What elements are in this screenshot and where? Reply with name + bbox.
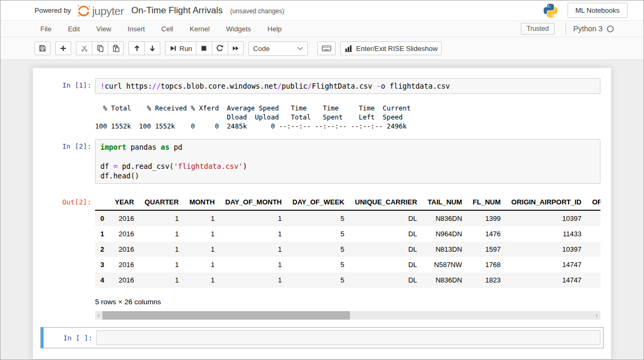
table-cell: 2016 <box>109 272 139 288</box>
table-cell: 1 <box>184 242 220 257</box>
move-cell-up-button[interactable] <box>128 41 144 55</box>
code-line: df.head() <box>100 171 595 181</box>
table-cell: 5 <box>287 226 350 242</box>
table-row: 320161115DLN587NW176814747SEA... <box>95 257 600 272</box>
rise-slideshow-button[interactable]: Enter/Exit RISE Slideshow <box>340 41 442 55</box>
row-index: 3 <box>95 257 109 272</box>
table-cell: 1 <box>184 210 220 226</box>
menu-view[interactable]: View <box>96 25 111 33</box>
code-token: FlightData.csv <box>312 82 376 90</box>
ml-notebooks-button[interactable]: ML Notebooks <box>568 3 628 18</box>
column-header: ORIGIN <box>587 194 600 210</box>
code-token: // <box>152 82 161 90</box>
table-cell: 1 <box>220 257 287 272</box>
column-header: ORIGIN_AIRPORT_ID <box>506 194 587 210</box>
table-cell: 5 <box>287 210 350 226</box>
menu-widgets[interactable]: Widgets <box>226 25 251 33</box>
code-token: curl https: <box>105 82 152 90</box>
table-cell: 14747 <box>506 272 587 288</box>
save-icon <box>39 45 46 52</box>
code-token: df <box>100 162 113 170</box>
arrow-down-icon <box>149 45 156 52</box>
row-index: 4 <box>95 272 109 288</box>
table-row: 220161115DLN813DN159710397ATL... <box>95 242 600 257</box>
code-token: = <box>113 162 117 170</box>
table-row: 020161115DLN836DN139910397ATL... <box>95 210 600 226</box>
column-header: YEAR <box>109 194 139 210</box>
scroll-left-icon[interactable]: ‹ <box>95 311 102 320</box>
table-row: 120161115DLN964DN147611433DTW... <box>95 226 600 242</box>
cut-cell-button[interactable] <box>76 41 92 55</box>
code-input-2[interactable]: import pandas as pd df = pd.read_csv('fl… <box>95 139 600 184</box>
cell-type-select[interactable]: Code <box>248 41 308 56</box>
powered-by-label: Powered by <box>35 6 71 14</box>
table-row: 420161115DLN836DN182314747SEA... <box>95 272 600 288</box>
code-token: 'flightdata.csv' <box>174 162 243 170</box>
code-token: public <box>281 82 307 90</box>
column-header: UNIQUE_CARRIER <box>350 194 423 210</box>
table-cell: 5 <box>287 242 350 257</box>
input-prompt-2: In [2]: <box>33 139 91 150</box>
column-header: DAY_OF_MONTH <box>220 194 287 210</box>
menu-edit[interactable]: Edit <box>68 25 80 33</box>
table-cell: 5 <box>287 257 350 272</box>
table-cell: DTW <box>587 226 600 242</box>
move-cell-down-button[interactable] <box>144 41 160 55</box>
menu-kernel[interactable]: Kernel <box>190 25 210 33</box>
table-cell: 2016 <box>109 242 139 257</box>
input-prompt-empty: In [ ]: <box>44 334 92 342</box>
code-input-1[interactable]: !curl https://topcs.blob.core.windows.ne… <box>95 78 600 94</box>
table-cell: 1476 <box>467 226 506 242</box>
notebook-container: In [1]: !curl https://topcs.blob.core.wi… <box>33 68 611 359</box>
code-token: ! <box>100 82 105 90</box>
code-token: pandas <box>126 143 161 151</box>
table-cell: 1 <box>220 210 287 226</box>
table-cell: N964DN <box>423 226 468 242</box>
table-cell: N813DN <box>423 242 468 257</box>
code-input-empty[interactable] <box>96 330 600 345</box>
plus-icon <box>59 45 67 52</box>
restart-run-all-button[interactable] <box>228 41 244 55</box>
stop-icon <box>200 45 208 52</box>
jupyter-logo-text: jupyter <box>92 5 124 18</box>
column-header: QUARTER <box>139 194 184 210</box>
toolbar: Run Code <box>1 37 643 60</box>
restart-kernel-button[interactable] <box>212 41 228 55</box>
command-palette-button[interactable] <box>317 41 336 55</box>
table-cell: 14747 <box>506 257 587 272</box>
empty-cell-selected[interactable]: In [ ]: <box>40 327 604 348</box>
interrupt-kernel-button[interactable] <box>196 41 212 55</box>
table-cell: 1 <box>139 272 184 288</box>
menubar: File Edit View Insert Cell Kernel Widget… <box>1 21 643 37</box>
kernel-name: Python 3 <box>573 24 603 33</box>
arrow-up-icon <box>133 45 141 52</box>
copy-icon <box>97 45 104 52</box>
trusted-button[interactable]: Trusted <box>521 23 555 35</box>
add-cell-button[interactable] <box>55 41 71 55</box>
dataframe-summary: 5 rows × 26 columns <box>95 298 600 306</box>
table-cell: DL <box>350 242 423 257</box>
scroll-right-icon[interactable]: › <box>593 311 600 320</box>
horizontal-scrollbar[interactable]: ‹ › <box>95 311 600 320</box>
menu-cell[interactable]: Cell <box>161 25 173 33</box>
copy-cell-button[interactable] <box>92 41 108 55</box>
bar-chart-icon <box>345 45 353 52</box>
menu-insert[interactable]: Insert <box>127 25 145 33</box>
python-logo-icon <box>543 3 558 18</box>
paste-cell-button[interactable] <box>108 41 124 55</box>
table-cell: 1 <box>220 226 287 242</box>
column-header <box>95 194 109 210</box>
jupyter-logo[interactable]: jupyter <box>76 4 124 18</box>
menu-help[interactable]: Help <box>268 25 282 33</box>
selected-cell-bar <box>41 327 44 348</box>
save-button[interactable] <box>35 41 50 55</box>
table-cell: 1 <box>220 242 287 257</box>
scissors-icon <box>81 45 88 52</box>
notebook-area: In [1]: !curl https://topcs.blob.core.wi… <box>1 60 643 360</box>
notebook-title[interactable]: On-Time Flight Arrivals <box>131 5 222 16</box>
menu-file[interactable]: File <box>40 25 51 33</box>
scrollbar-thumb[interactable] <box>102 311 350 320</box>
table-cell: ATL <box>587 242 600 257</box>
table-cell: 1 <box>139 226 184 242</box>
run-cell-button[interactable]: Run <box>165 41 196 55</box>
